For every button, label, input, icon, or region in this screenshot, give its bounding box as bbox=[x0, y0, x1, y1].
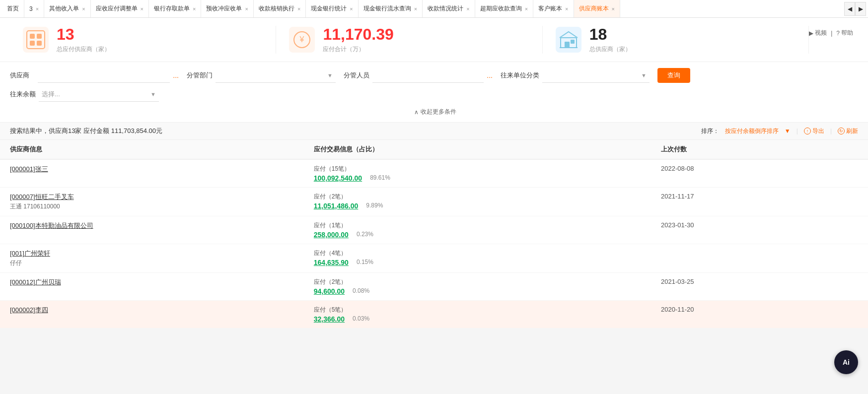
nav-tab-receipt-write-off[interactable]: 收款核销执行 × bbox=[254, 0, 306, 18]
table-row: [000100]本特勤油品有限公司 应付（1笔） 258,000.00 0.23… bbox=[0, 216, 868, 244]
supplier-link-1[interactable]: [000001]张三 bbox=[10, 165, 48, 173]
category-filter-label: 往来单位分类 bbox=[501, 71, 539, 80]
last-pay-cell-4 bbox=[651, 244, 825, 273]
total-supplier-label: 总供应商（家） bbox=[589, 45, 631, 54]
tx-amount-5[interactable]: 94,600.00 bbox=[314, 287, 345, 295]
tx-amount-2[interactable]: 11,051,486.00 bbox=[314, 202, 359, 210]
tx-amount-3[interactable]: 258,000.00 bbox=[314, 231, 349, 239]
nav-tab-other-income[interactable]: 其他收入单 × bbox=[44, 0, 90, 18]
tx-amount-4[interactable]: 164,635.90 bbox=[314, 259, 349, 266]
close-tab-bank-deposit[interactable]: × bbox=[193, 6, 196, 12]
svg-rect-11 bbox=[565, 42, 570, 48]
supplier-link-2[interactable]: [000007]恒旺二手叉车 bbox=[10, 193, 74, 200]
close-tab-cash-bank-stat[interactable]: × bbox=[350, 6, 353, 12]
nav-tab-bank-deposit[interactable]: 银行存取款单 × bbox=[149, 0, 201, 18]
divider: | bbox=[831, 30, 832, 37]
filter-item-person: 分管人员 ... bbox=[344, 68, 493, 83]
total-supplier-number: 18 bbox=[589, 26, 631, 43]
nav-tab-cash-flow-query[interactable]: 现金银行流水查询 × bbox=[359, 0, 423, 18]
filter-item-balance: 往来余额 选择... ▼ bbox=[10, 87, 159, 102]
supplier-link-4[interactable]: [001]广州荣轩 bbox=[10, 250, 50, 257]
nav-arrow-left[interactable]: ◀ bbox=[844, 2, 855, 16]
nav-arrow-right[interactable]: ▶ bbox=[855, 2, 866, 16]
nav-tab-supplier-ledger[interactable]: 供应商账本 × bbox=[574, 0, 620, 18]
card-text-total-suppliers: 18 总供应商（家） bbox=[589, 26, 631, 54]
export-button[interactable]: ↑ 导出 bbox=[804, 127, 824, 135]
nav-tab-cash-bank-stat[interactable]: 现金银行统计 × bbox=[306, 0, 358, 18]
summary-card-suppliers: 13 总应付供应商（家） bbox=[10, 26, 276, 54]
supplier-link-5[interactable]: [000012]广州贝瑞 bbox=[10, 278, 61, 286]
close-tab-supplier-ledger[interactable]: × bbox=[612, 6, 615, 12]
results-summary-text: 搜索结果中，供应商13家 应付金额 111,703,854.00元 bbox=[10, 127, 162, 135]
close-tab-receipt-stat[interactable]: × bbox=[466, 6, 469, 12]
close-tab-customer-ledger[interactable]: × bbox=[565, 6, 568, 12]
supplier-cell-4: [001]广州荣轩 仔仔 bbox=[0, 244, 304, 273]
supplier-dots[interactable]: ... bbox=[173, 71, 179, 79]
results-bar: 搜索结果中，供应商13家 应付金额 111,703,854.00元 排序： 按应… bbox=[0, 123, 868, 140]
close-tab-prepay-ar[interactable]: × bbox=[245, 6, 248, 12]
spacer-cell-3 bbox=[825, 216, 868, 244]
supplier-table: 供应商信息 应付交易信息（占比） 上次付数 [000001]张三 应付（15笔）… bbox=[0, 140, 868, 328]
table-row: [000012]广州贝瑞 应付（2笔） 94,600.00 0.08% 2021… bbox=[0, 273, 868, 301]
tx-percent-1: 89.61% bbox=[362, 174, 390, 181]
nav-tab-home[interactable]: 首页 bbox=[2, 0, 24, 18]
filter-item-category: 往来单位分类 ▼ bbox=[501, 68, 650, 83]
help-link[interactable]: 帮助 bbox=[841, 29, 853, 37]
close-tab-ar-ap-adjust[interactable]: × bbox=[141, 6, 144, 12]
card-text-payable: 11,170.39 应付合计（万） bbox=[323, 26, 393, 54]
close-tab-other-income[interactable]: × bbox=[82, 6, 85, 12]
query-button[interactable]: 查询 bbox=[657, 68, 690, 83]
category-select[interactable] bbox=[542, 71, 650, 79]
close-tab-cash-flow-query[interactable]: × bbox=[414, 6, 417, 12]
category-select-wrap[interactable]: ▼ bbox=[542, 68, 650, 83]
refresh-button[interactable]: ↻ 刷新 bbox=[838, 127, 858, 135]
balance-select[interactable]: 选择... bbox=[39, 90, 159, 98]
video-link[interactable]: 视频 bbox=[815, 29, 827, 37]
collapse-button[interactable]: ∧ 收起更多条件 bbox=[10, 106, 858, 116]
tx-percent-2: 9.89% bbox=[358, 202, 383, 209]
supplier-input[interactable] bbox=[38, 68, 170, 83]
nav-tab-prepay-ar[interactable]: 预收冲应收单 × bbox=[201, 0, 253, 18]
video-icon: ▶ bbox=[809, 30, 813, 37]
summary-bar: 13 总应付供应商（家） ¥ 11,170.39 应付合计（万） bbox=[0, 18, 868, 62]
supplier-cell-1: [000001]张三 bbox=[0, 159, 304, 188]
tx-count-6: 应付（5笔） bbox=[314, 306, 641, 314]
tx-amount-1[interactable]: 100,092,540.00 bbox=[314, 174, 362, 182]
supplier-sub-2: 王通 17106110000 bbox=[10, 202, 294, 211]
nav-tab-receipt-stat[interactable]: 收款情况统计 × bbox=[423, 0, 475, 18]
nav-tab-customer-ledger[interactable]: 客户账本 × bbox=[533, 0, 574, 18]
close-tab-receipt-write-off[interactable]: × bbox=[297, 6, 300, 12]
nav-tab-overdue-ar-query[interactable]: 超期应收款查询 × bbox=[475, 0, 533, 18]
th-spacer bbox=[825, 140, 868, 159]
payable-amount-label: 应付合计（万） bbox=[323, 45, 393, 54]
sort-dropdown-icon[interactable]: ▼ bbox=[785, 128, 791, 134]
tx-percent-6: 0.03% bbox=[345, 315, 369, 322]
svg-rect-3 bbox=[37, 34, 42, 39]
supplier-link-3[interactable]: [000100]本特勤油品有限公司 bbox=[10, 222, 93, 229]
spacer-cell-4 bbox=[825, 244, 868, 273]
supplier-link-6[interactable]: [000002]李四 bbox=[10, 306, 48, 314]
dept-select[interactable] bbox=[216, 71, 336, 79]
svg-rect-12 bbox=[571, 40, 575, 44]
sort-value[interactable]: 按应付余额倒序排序 bbox=[725, 127, 779, 135]
refresh-icon: ↻ bbox=[838, 128, 845, 134]
tx-amount-6[interactable]: 32,366.00 bbox=[314, 315, 345, 323]
balance-select-wrap[interactable]: 选择... ▼ bbox=[39, 87, 159, 102]
collapse-label: 收起更多条件 bbox=[421, 108, 456, 116]
top-nav: 首页 3 × 其他收入单 × 应收应付调整单 × 银行存取款单 × 预收冲应收单… bbox=[0, 0, 868, 18]
tx-percent-4: 0.15% bbox=[349, 259, 373, 265]
supplier-filter-label: 供应商 bbox=[10, 71, 35, 80]
export-icon: ↑ bbox=[804, 128, 811, 134]
nav-arrows: ◀ ▶ bbox=[844, 2, 866, 16]
person-input[interactable] bbox=[372, 68, 484, 83]
th-last-payment: 上次付数 bbox=[651, 140, 825, 159]
person-dots[interactable]: ... bbox=[487, 71, 493, 79]
close-tab-overdue-ar-query[interactable]: × bbox=[525, 6, 528, 12]
tx-count-4: 应付（4笔） bbox=[314, 249, 641, 258]
close-tab-3[interactable]: × bbox=[36, 6, 39, 12]
nav-tab-3[interactable]: 3 × bbox=[24, 0, 44, 18]
dept-select-wrap[interactable]: ▼ bbox=[216, 68, 336, 83]
filter-item-dept: 分管部门 ▼ bbox=[187, 68, 336, 83]
nav-tab-ar-ap-adjust[interactable]: 应收应付调整单 × bbox=[91, 0, 149, 18]
tx-percent-3: 0.23% bbox=[349, 231, 373, 238]
